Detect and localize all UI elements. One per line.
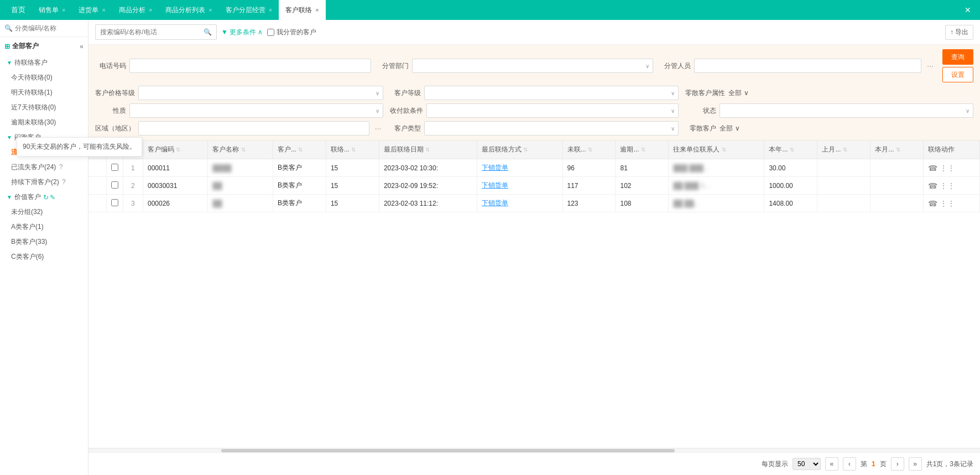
action-more-2[interactable]: ⋮⋮ bbox=[940, 199, 955, 208]
close-customer-layer-tab[interactable]: × bbox=[269, 7, 272, 13]
nav-tab-sales[interactable]: 销售单 × bbox=[32, 0, 72, 20]
phone-input[interactable] bbox=[129, 59, 371, 73]
sidebar-item-c-class[interactable]: C类客户(6) bbox=[0, 249, 88, 264]
row-no-contact-0: 96 bbox=[562, 159, 616, 177]
data-table: ⚙ 客户编码 ⇅ 客户名称 ⇅ bbox=[88, 140, 980, 212]
row-checkbox-input-1[interactable] bbox=[111, 181, 118, 189]
col-name[interactable]: 客户名称 ⇅ bbox=[208, 140, 273, 159]
row-last-month-0 bbox=[817, 159, 870, 177]
region-more-btn[interactable]: ··· bbox=[373, 124, 384, 133]
close-sales-tab[interactable]: × bbox=[62, 7, 65, 13]
col-contact[interactable]: 联络... ⇅ bbox=[326, 140, 379, 159]
first-page-btn[interactable]: « bbox=[825, 457, 838, 471]
my-customer-checkbox-wrap[interactable]: 我分管的客户 bbox=[267, 28, 316, 37]
last-page-btn[interactable]: » bbox=[909, 457, 922, 471]
sidebar-collapse-btn[interactable]: « bbox=[80, 43, 84, 50]
sidebar-item-already-lost[interactable]: 已流失客户(24) ? bbox=[0, 160, 88, 175]
search-icon[interactable]: 🔍 bbox=[204, 28, 212, 36]
status-select[interactable]: ∨ bbox=[720, 103, 973, 118]
col-no-contact[interactable]: 未联... ⇅ bbox=[562, 140, 616, 159]
action-phone-2[interactable]: ☎ bbox=[928, 199, 937, 208]
next-page-btn[interactable]: › bbox=[891, 457, 904, 471]
col-last-contact-way[interactable]: 最后联络方式 ⇅ bbox=[477, 140, 562, 159]
all-customers-section[interactable]: ⊞ 全部客户 « bbox=[0, 37, 88, 55]
my-customer-checkbox[interactable] bbox=[267, 29, 274, 36]
filter-region: 区域（地区） ··· bbox=[95, 121, 383, 135]
sidebar-item-overdue-pending[interactable]: 逾期未联络(30) bbox=[0, 115, 88, 130]
col-this-month[interactable]: 本月... ⇅ bbox=[870, 140, 924, 159]
action-phone-0[interactable]: ☎ bbox=[928, 164, 937, 173]
edit-icon[interactable]: ✎ bbox=[50, 194, 55, 201]
row-settings-0 bbox=[88, 159, 106, 177]
more-conditions-btn[interactable]: ▼ 更多条件 ∧ bbox=[221, 28, 263, 37]
sidebar-item-tomorrow-pending[interactable]: 明天待联络(1) bbox=[0, 85, 88, 100]
person-more-btn[interactable]: ··· bbox=[925, 61, 936, 70]
close-all-tabs[interactable]: ✕ bbox=[960, 6, 976, 14]
sidebar-item-a-class[interactable]: A类客户(1) bbox=[0, 220, 88, 234]
close-purchase-tab[interactable]: × bbox=[102, 7, 105, 13]
row-code-1: 00030031 bbox=[143, 177, 208, 195]
region-select[interactable] bbox=[138, 121, 369, 135]
action-more-0[interactable]: ⋮⋮ bbox=[940, 164, 955, 173]
col-type[interactable]: 客户... ⇅ bbox=[273, 140, 326, 159]
nav-tab-customer-contact[interactable]: 客户联络 × bbox=[279, 0, 325, 20]
row-checkbox-2[interactable] bbox=[106, 195, 123, 212]
nav-tab-analysis-list[interactable]: 商品分析列表 × bbox=[159, 0, 218, 20]
close-analysis-tab[interactable]: × bbox=[149, 7, 152, 13]
col-last-month[interactable]: 上月... ⇅ bbox=[817, 140, 870, 159]
search-input[interactable] bbox=[100, 28, 204, 36]
close-customer-contact-tab[interactable]: × bbox=[315, 7, 319, 13]
filter-row-1: 电话号码 分管部门 ∨ 分管人员 ··· 查询 bbox=[95, 49, 973, 82]
search-input-wrap: 🔍 bbox=[95, 24, 217, 40]
nav-tab-customer-layer[interactable]: 客户分层经营 × bbox=[219, 0, 279, 20]
nav-tab-analysis[interactable]: 商品分析 × bbox=[112, 0, 159, 20]
close-analysis-list-tab[interactable]: × bbox=[208, 7, 212, 13]
sidebar-item-ungroup[interactable]: 未分组(32) bbox=[0, 205, 88, 220]
col-last-contact-date[interactable]: 最后联络日期 ⇅ bbox=[379, 140, 477, 159]
sidebar-search-input[interactable] bbox=[15, 24, 88, 32]
row-checkbox-input-2[interactable] bbox=[111, 199, 118, 206]
sidebar-item-b-class[interactable]: B类客户(33) bbox=[0, 234, 88, 249]
chevron-down-icon: ∧ bbox=[258, 28, 263, 36]
query-button[interactable]: 查询 bbox=[942, 49, 973, 65]
row-contact-0: 15 bbox=[326, 159, 379, 177]
price-grade-select[interactable]: ∨ bbox=[138, 86, 383, 100]
dept-select[interactable]: ∨ bbox=[412, 59, 654, 73]
zero-customer-select[interactable]: 全部 ∨ bbox=[720, 124, 973, 133]
payment-select[interactable]: ∨ bbox=[426, 103, 678, 118]
col-unit-contact[interactable]: 往来单位联系人 ⇅ bbox=[669, 140, 764, 159]
customer-grade-select[interactable]: ∨ bbox=[424, 86, 678, 100]
row-checkbox-input-0[interactable] bbox=[111, 164, 118, 171]
row-checkbox-0[interactable] bbox=[106, 159, 123, 177]
row-last-way-2[interactable]: 下销货单 bbox=[477, 195, 562, 212]
settings-button[interactable]: 设置 bbox=[942, 67, 973, 82]
pagination: 每页显示 50 100 200 « ‹ 第 1 页 › » 共1页，3条记录 bbox=[88, 452, 980, 475]
nav-tab-purchase[interactable]: 进货单 × bbox=[72, 0, 112, 20]
scrollbar-thumb[interactable] bbox=[221, 449, 675, 452]
sidebar-item-7days-pending[interactable]: 近7天待联络(0) bbox=[0, 100, 88, 115]
row-last-way-1[interactable]: 下销货单 bbox=[477, 177, 562, 195]
refresh-icon[interactable]: ↻ bbox=[43, 194, 49, 201]
col-overdue[interactable]: 逾期... ⇅ bbox=[616, 140, 669, 159]
export-btn[interactable]: ↑ 导出 bbox=[945, 25, 973, 40]
customer-type-select[interactable]: ∨ bbox=[424, 121, 678, 135]
sort-icon-name: ⇅ bbox=[241, 147, 246, 153]
nav-tab-home[interactable]: 首页 bbox=[4, 0, 32, 20]
gender-select[interactable]: ∨ bbox=[129, 103, 383, 118]
filter-customer-grade: 客户等级 ∨ bbox=[390, 86, 678, 100]
col-code[interactable]: 客户编码 ⇅ bbox=[143, 140, 208, 159]
row-last-way-0[interactable]: 下销货单 bbox=[477, 159, 562, 177]
page-size-select[interactable]: 50 100 200 bbox=[793, 458, 821, 470]
action-phone-1[interactable]: ☎ bbox=[928, 181, 937, 190]
bottom-scrollbar[interactable] bbox=[88, 448, 980, 452]
action-more-1[interactable]: ⋮⋮ bbox=[940, 181, 955, 190]
person-select[interactable] bbox=[694, 59, 921, 73]
sidebar-group-value[interactable]: ▼ 价值客户 ↻ ✎ bbox=[0, 190, 88, 205]
sidebar-group-pending[interactable]: ▼ 待联络客户 bbox=[0, 55, 88, 70]
col-this-year[interactable]: 本年... ⇅ bbox=[764, 140, 817, 159]
prev-page-btn[interactable]: ‹ bbox=[843, 457, 856, 471]
zero-attr-select[interactable]: 全部 ∨ bbox=[728, 88, 973, 98]
sidebar-item-today-pending[interactable]: 今天待联络(0) bbox=[0, 70, 88, 85]
row-checkbox-1[interactable] bbox=[106, 177, 123, 195]
sidebar-item-declining[interactable]: 持续下滑客户(2) ? bbox=[0, 175, 88, 190]
